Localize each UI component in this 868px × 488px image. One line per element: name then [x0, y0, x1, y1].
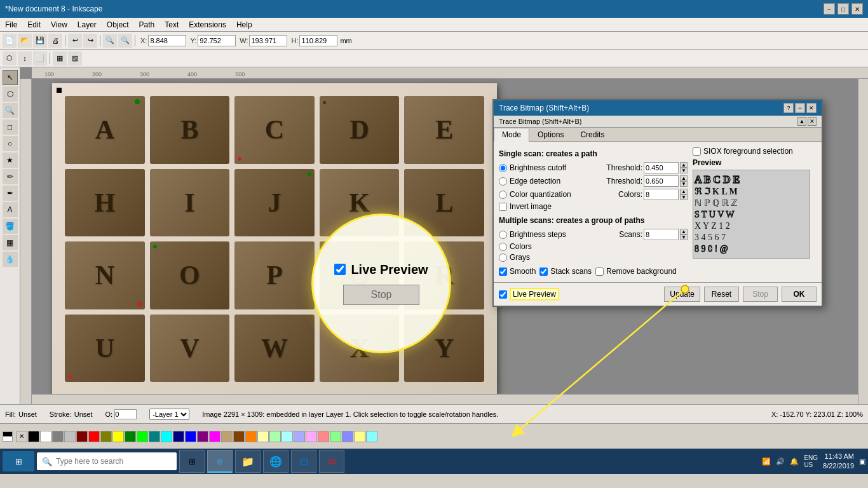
scans-spin-up[interactable]: ▲: [680, 229, 688, 234]
edge-radio[interactable]: [499, 177, 507, 186]
dialog-collapse-button[interactable]: ✕: [808, 117, 817, 126]
dialog-help-button[interactable]: ?: [783, 103, 794, 113]
taskbar-edge[interactable]: e: [207, 450, 233, 473]
zoomed-live-preview-checkbox[interactable]: [334, 264, 346, 275]
colors-multi-radio[interactable]: [499, 243, 507, 251]
close-button[interactable]: ✕: [851, 3, 863, 15]
brightness-spin-down[interactable]: ▼: [680, 168, 688, 173]
star-tool[interactable]: ★: [3, 152, 18, 168]
taskbar-chrome[interactable]: 🌐: [263, 450, 288, 473]
brightness-threshold-input[interactable]: [644, 162, 679, 173]
invert-checkbox[interactable]: [499, 203, 507, 211]
brightness-radio[interactable]: [499, 164, 507, 172]
edge-spin-down[interactable]: ▼: [680, 181, 688, 187]
opacity-input[interactable]: [114, 409, 137, 419]
rect-tool[interactable]: □: [3, 119, 18, 135]
menu-view[interactable]: View: [46, 19, 72, 30]
ok-button[interactable]: OK: [782, 287, 817, 302]
zoomed-stop-button[interactable]: Stop: [343, 285, 419, 305]
select-tool-button[interactable]: ↕: [18, 51, 32, 65]
color-swatch-pastelYellow[interactable]: [354, 431, 365, 442]
eyedropper-tool[interactable]: 💧: [3, 252, 18, 267]
open-button[interactable]: 📂: [18, 34, 32, 48]
color-swatch-orange[interactable]: [245, 431, 257, 442]
gradient-tool[interactable]: ▦: [3, 235, 18, 250]
save-button[interactable]: 💾: [33, 34, 47, 48]
redo-button[interactable]: ↪: [83, 34, 97, 48]
color-swatch-lightgreen[interactable]: [269, 431, 281, 442]
dialog-minimize-button[interactable]: −: [795, 103, 805, 113]
group-button[interactable]: ▦: [53, 51, 67, 65]
menu-extensions[interactable]: Extensions: [184, 19, 231, 30]
menu-text[interactable]: Text: [159, 19, 184, 30]
minimize-button[interactable]: −: [824, 3, 835, 15]
menu-help[interactable]: Help: [231, 19, 257, 30]
brightness-spin-up[interactable]: ▲: [680, 162, 688, 168]
taskbar-mail[interactable]: ✉: [319, 450, 344, 473]
color-swatch-cyan[interactable]: [161, 431, 172, 442]
current-fill-swatch[interactable]: [3, 437, 13, 442]
scans-input[interactable]: [644, 229, 679, 240]
color-swatch-periwinkle[interactable]: [342, 431, 353, 442]
w-input[interactable]: [249, 35, 287, 46]
color-swatch-blue[interactable]: [185, 431, 196, 442]
dialog-close-button[interactable]: ✕: [806, 103, 817, 113]
edge-threshold-input[interactable]: [644, 175, 679, 187]
color-swatch-purple[interactable]: [197, 431, 208, 442]
right-scrollbar[interactable]: [858, 79, 868, 404]
color-swatch-lightyellow[interactable]: [257, 431, 269, 442]
x-input[interactable]: [148, 35, 186, 46]
node-tool[interactable]: ⬡: [3, 86, 18, 102]
color-swatch-brown[interactable]: [233, 431, 245, 442]
scans-spin-down[interactable]: ▼: [680, 234, 688, 240]
layer-select[interactable]: -Layer 1: [149, 409, 189, 420]
zoom-tool[interactable]: 🔍: [3, 103, 18, 118]
color-swatch-lightblue[interactable]: [294, 431, 305, 442]
brightness-steps-radio[interactable]: [499, 231, 507, 239]
color-swatch-yellow[interactable]: [112, 431, 124, 442]
tab-credits[interactable]: Credits: [572, 128, 613, 141]
pen-tool[interactable]: ✒: [3, 186, 18, 201]
smooth-checkbox[interactable]: [499, 268, 507, 276]
menu-path[interactable]: Path: [134, 19, 160, 30]
align-button[interactable]: ⬜: [33, 51, 47, 65]
zoom-out-button[interactable]: 🔍: [118, 34, 132, 48]
menu-object[interactable]: Object: [102, 19, 134, 30]
stop-button[interactable]: Stop: [743, 287, 778, 302]
node-tool-button[interactable]: ⬡: [3, 51, 17, 65]
current-stroke-swatch[interactable]: [3, 431, 13, 437]
color-swatch-tan[interactable]: [221, 431, 233, 442]
search-input[interactable]: [56, 457, 172, 466]
color-swatch-white[interactable]: [40, 431, 51, 442]
color-spin-up[interactable]: ▲: [680, 189, 688, 194]
taskbar-explorer[interactable]: 📁: [235, 450, 261, 473]
color-swatch-gray[interactable]: [52, 431, 64, 442]
color-swatch-silver[interactable]: [64, 431, 76, 442]
tab-mode[interactable]: Mode: [494, 128, 529, 142]
color-swatch-green[interactable]: [125, 431, 136, 442]
siox-checkbox[interactable]: [693, 147, 701, 156]
tab-options[interactable]: Options: [529, 128, 572, 141]
menu-layer[interactable]: Layer: [72, 19, 102, 30]
h-input[interactable]: [299, 35, 337, 46]
live-preview-checkbox[interactable]: [499, 290, 507, 299]
color-swatch-mint[interactable]: [330, 431, 341, 442]
update-button[interactable]: Update: [664, 287, 700, 302]
color-swatch-red[interactable]: [88, 431, 100, 442]
circle-tool[interactable]: ○: [3, 136, 18, 151]
fill-tool[interactable]: 🪣: [3, 219, 18, 234]
color-swatch-lime[interactable]: [137, 431, 148, 442]
color-swatch-lightpurple[interactable]: [306, 431, 317, 442]
reset-button[interactable]: Reset: [704, 287, 739, 302]
remove-bg-checkbox[interactable]: [595, 268, 604, 276]
color-swatch-navy[interactable]: [173, 431, 184, 442]
stack-checkbox[interactable]: [539, 268, 548, 276]
color-swatch-lightred[interactable]: [318, 431, 329, 442]
dialog-expand-button[interactable]: ▲: [797, 117, 806, 126]
y-input[interactable]: [198, 35, 236, 46]
print-button[interactable]: 🖨: [48, 34, 62, 48]
undo-button[interactable]: ↩: [68, 34, 82, 48]
grays-radio[interactable]: [499, 254, 507, 262]
text-tool[interactable]: A: [3, 202, 18, 217]
menu-file[interactable]: File: [0, 19, 22, 30]
